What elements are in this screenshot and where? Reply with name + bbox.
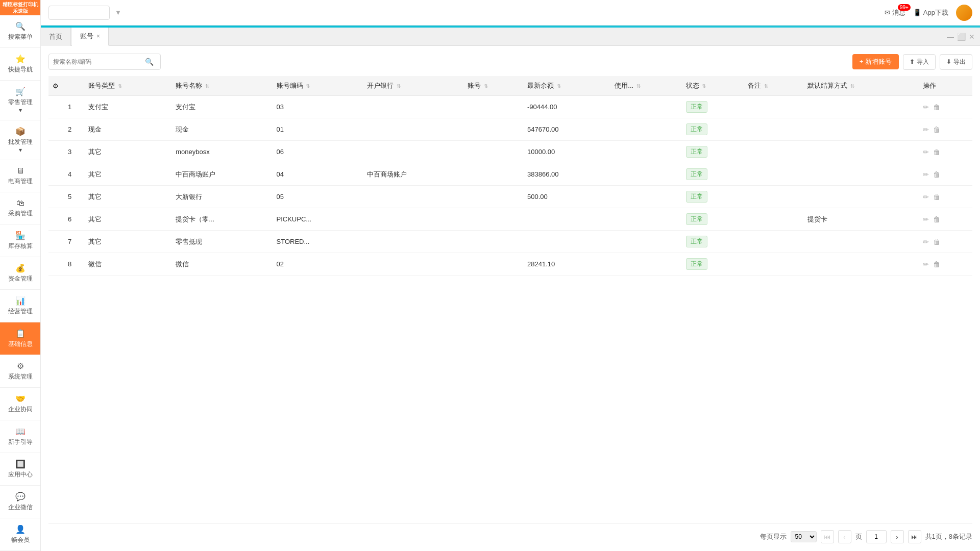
- delete-icon[interactable]: 🗑: [933, 238, 940, 246]
- th-account[interactable]: 账号 ⇅: [463, 76, 523, 96]
- export-button[interactable]: ⬇ 导出: [940, 54, 972, 70]
- per-page-select[interactable]: 50 100 200: [791, 531, 817, 542]
- sidebar-item-basic[interactable]: 📋 基础信息: [0, 322, 40, 355]
- finance-icon: 💰: [3, 263, 38, 273]
- cell-bank: [363, 96, 463, 118]
- sidebar-item-member[interactable]: 👤 畅会员: [0, 518, 40, 551]
- th-remark[interactable]: 备注 ⇅: [744, 76, 803, 96]
- sidebar-item-finance[interactable]: 💰 资金管理: [0, 257, 40, 290]
- th-usage[interactable]: 使用... ⇅: [610, 76, 681, 96]
- delete-icon[interactable]: 🗑: [933, 148, 940, 156]
- system-icon: ⚙: [3, 361, 38, 371]
- message-icon: ✉: [885, 9, 890, 16]
- sidebar-item-ecommerce[interactable]: 🖥 电商管理: [0, 160, 40, 192]
- delete-icon[interactable]: 🗑: [933, 260, 940, 268]
- cell-actions: ✏ 🗑: [919, 96, 972, 118]
- cell-remark: [744, 96, 803, 118]
- wholesale-icon: 📦: [3, 127, 38, 136]
- cell-balance: [523, 208, 610, 231]
- cell-status: 正常: [682, 118, 744, 141]
- table-row: 1 支付宝 支付宝 03 -90444.00 正常 ✏ 🗑: [48, 96, 972, 118]
- sidebar-item-member-label: 畅会员: [3, 536, 38, 544]
- sidebar-item-system[interactable]: ⚙ 系统管理: [0, 355, 40, 388]
- edit-icon[interactable]: ✏: [923, 238, 929, 246]
- search-input[interactable]: [53, 58, 145, 65]
- th-name[interactable]: 账号名称 ⇅: [172, 76, 272, 96]
- cell-actions: ✏ 🗑: [919, 163, 972, 186]
- sidebar-item-system-label: 系统管理: [3, 372, 38, 381]
- user-avatar[interactable]: [956, 5, 972, 21]
- cell-type: 现金: [84, 118, 172, 141]
- add-account-button[interactable]: + 新增账号: [852, 54, 899, 69]
- sidebar-item-retail[interactable]: 🛒 零售管理 ▾: [0, 81, 40, 120]
- delete-icon[interactable]: 🗑: [933, 103, 940, 111]
- cell-actions: ✏ 🗑: [919, 186, 972, 208]
- restore-icon[interactable]: ⬜: [957, 33, 966, 41]
- sidebar-item-appcenter-label: 应用中心: [3, 470, 38, 479]
- edit-icon[interactable]: ✏: [923, 170, 929, 179]
- cell-remark: [744, 141, 803, 163]
- sidebar-item-purchase[interactable]: 🛍 采购管理: [0, 192, 40, 224]
- th-bank[interactable]: 开户银行 ⇅: [363, 76, 463, 96]
- app-download-button[interactable]: 📱 App下载: [913, 8, 948, 17]
- th-gear[interactable]: ⚙: [48, 76, 64, 96]
- cell-gear: [48, 208, 64, 231]
- sidebar-item-inventory[interactable]: 🏪 库存核算: [0, 224, 40, 257]
- tab-account-close[interactable]: ×: [96, 33, 100, 40]
- cell-num: 6: [64, 208, 84, 231]
- cell-code: 03: [273, 96, 363, 118]
- th-status[interactable]: 状态 ⇅: [682, 76, 744, 96]
- th-default-payment[interactable]: 默认结算方式 ⇅: [803, 76, 919, 96]
- sidebar-item-search[interactable]: 🔍 搜索菜单: [0, 15, 40, 48]
- edit-icon[interactable]: ✏: [923, 193, 929, 201]
- sidebar-item-operation[interactable]: 📊 经营管理: [0, 290, 40, 322]
- sidebar-item-enterprise[interactable]: 🤝 企业协同: [0, 388, 40, 420]
- cell-bank: 中百商场账户: [363, 163, 463, 186]
- cell-default-payment: [803, 118, 919, 141]
- delete-icon[interactable]: 🗑: [933, 126, 940, 134]
- page-number-input[interactable]: [866, 530, 887, 543]
- tab-account[interactable]: 账号 ×: [72, 28, 109, 46]
- edit-icon[interactable]: ✏: [923, 260, 929, 268]
- sidebar-item-guide[interactable]: 📖 新手引导: [0, 420, 40, 453]
- import-label: 导入: [917, 58, 929, 66]
- th-balance[interactable]: 最新余额 ⇅: [523, 76, 610, 96]
- table-row: 6 其它 提货卡（零... PICKUPC... 正常 提货卡 ✏ 🗑: [48, 208, 972, 231]
- accounts-table: ⚙ 账号类型 ⇅ 账号名称 ⇅ 账号编码 ⇅ 开户银行 ⇅ 账号 ⇅ 最新余额 …: [48, 76, 972, 276]
- minimize-icon[interactable]: —: [947, 33, 954, 41]
- cell-account: [463, 96, 523, 118]
- table-row: 2 现金 现金 01 547670.00 正常 ✏ 🗑: [48, 118, 972, 141]
- table-row: 7 其它 零售抵现 STORED... 正常 ✏ 🗑: [48, 231, 972, 253]
- topbar-dropdown-icon[interactable]: ▼: [115, 9, 121, 16]
- prev-page-button[interactable]: ‹: [838, 530, 851, 543]
- first-page-button[interactable]: ⏮: [821, 530, 834, 543]
- sidebar-item-appcenter[interactable]: 🔲 应用中心: [0, 453, 40, 486]
- tab-home[interactable]: 首页: [41, 28, 71, 46]
- operation-icon: 📊: [3, 296, 38, 306]
- edit-icon[interactable]: ✏: [923, 215, 929, 223]
- table-row: 5 其它 大新银行 05 500.00 正常 ✏ 🗑: [48, 186, 972, 208]
- import-button[interactable]: ⬆ 导入: [903, 54, 936, 70]
- message-button[interactable]: ✉ 消息 99+: [885, 8, 905, 17]
- cell-remark: [744, 118, 803, 141]
- close-icon[interactable]: ✕: [969, 33, 975, 41]
- topbar-left: ▼: [48, 6, 121, 20]
- delete-icon[interactable]: 🗑: [933, 170, 940, 179]
- topbar-search-input[interactable]: [48, 6, 110, 20]
- th-type[interactable]: 账号类型 ⇅: [84, 76, 172, 96]
- delete-icon[interactable]: 🗑: [933, 193, 940, 201]
- sidebar-item-shortcut[interactable]: ⭐ 快捷导航: [0, 48, 40, 81]
- delete-icon[interactable]: 🗑: [933, 215, 940, 223]
- edit-icon[interactable]: ✏: [923, 126, 929, 134]
- cell-balance: 547670.00: [523, 118, 610, 141]
- search-box[interactable]: 🔍: [48, 54, 161, 70]
- th-code[interactable]: 账号编码 ⇅: [273, 76, 363, 96]
- sidebar-item-wholesale[interactable]: 📦 批发管理 ▾: [0, 120, 40, 160]
- last-page-button[interactable]: ⏭: [908, 530, 921, 543]
- cell-bank: [363, 208, 463, 231]
- next-page-button[interactable]: ›: [891, 530, 904, 543]
- edit-icon[interactable]: ✏: [923, 148, 929, 156]
- sidebar-item-wechat[interactable]: 💬 企业微信: [0, 486, 40, 518]
- cell-default-payment: 提货卡: [803, 208, 919, 231]
- edit-icon[interactable]: ✏: [923, 103, 929, 111]
